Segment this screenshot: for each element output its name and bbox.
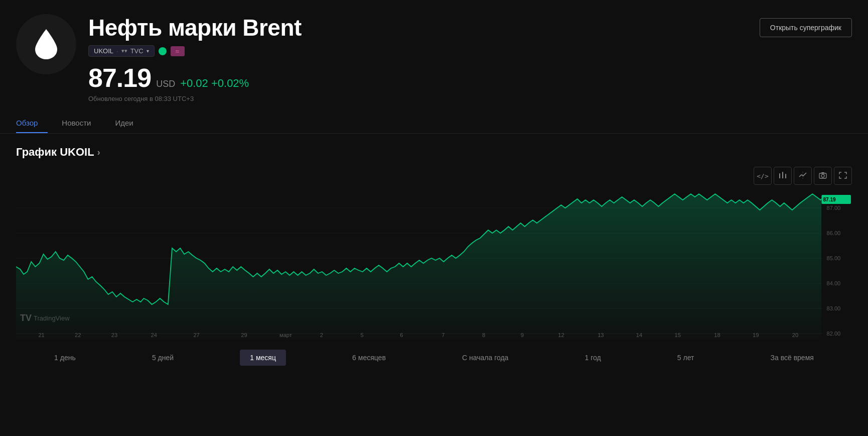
svg-rect-0 <box>779 174 780 178</box>
svg-text:19: 19 <box>753 332 759 338</box>
svg-rect-1 <box>782 172 783 178</box>
svg-text:12: 12 <box>558 332 564 338</box>
svg-rect-9 <box>821 172 824 173</box>
svg-text:83.00: 83.00 <box>827 305 841 311</box>
period-1month[interactable]: 1 месяц <box>240 350 286 366</box>
approx-icon: ≈ <box>171 46 185 56</box>
svg-text:85.00: 85.00 <box>827 255 841 261</box>
svg-text:март: март <box>279 332 292 338</box>
svg-text:18: 18 <box>714 332 720 338</box>
indicators-icon <box>799 172 807 180</box>
svg-text:14: 14 <box>636 332 642 338</box>
source-separator: · <box>116 47 118 55</box>
chart-title-chevron-icon: › <box>97 147 100 158</box>
svg-text:9: 9 <box>521 332 524 338</box>
header: Нефть марки Brent UKOIL · ▾▾ TVC ▾ ≈ 87.… <box>0 0 868 102</box>
chart-title[interactable]: График UKOIL › <box>16 146 852 159</box>
svg-text:24: 24 <box>151 332 157 338</box>
svg-text:87.00: 87.00 <box>827 205 841 211</box>
oil-drop-icon <box>33 29 59 59</box>
embed-icon: </> <box>757 172 768 180</box>
ticker-badge[interactable]: UKOIL · ▾▾ TVC ▾ <box>88 45 155 57</box>
chart-toolbar: </> <box>16 167 852 185</box>
period-5days[interactable]: 5 дней <box>142 350 184 366</box>
tv-logo-mark: TV <box>20 313 32 323</box>
screenshot-button[interactable] <box>814 167 832 185</box>
period-6months[interactable]: 6 месяцев <box>342 350 396 366</box>
chart-type-icon <box>779 172 787 180</box>
open-superchart-button[interactable]: Открыть суперграфик <box>760 18 852 37</box>
svg-text:21: 21 <box>38 332 44 338</box>
svg-text:2: 2 <box>320 332 323 338</box>
fullscreen-icon <box>839 172 847 180</box>
tradingview-text: TradingView <box>34 314 70 322</box>
price-row: 87.19 USD +0.02 +0.02% <box>88 63 852 93</box>
svg-text:8: 8 <box>482 332 485 338</box>
svg-text:15: 15 <box>675 332 681 338</box>
chart-container: 87.00 86.00 85.00 84.00 83.00 82.00 87.1… <box>16 189 852 340</box>
svg-text:86.00: 86.00 <box>827 230 841 236</box>
svg-text:82.00: 82.00 <box>827 331 841 337</box>
chart-title-text: График UKOIL <box>16 146 94 159</box>
svg-text:84.00: 84.00 <box>827 280 841 286</box>
svg-rect-2 <box>785 174 786 178</box>
period-1day[interactable]: 1 день <box>44 350 86 366</box>
live-indicator <box>159 47 167 55</box>
svg-text:5: 5 <box>361 332 364 338</box>
svg-text:13: 13 <box>598 332 604 338</box>
camera-icon <box>819 172 827 180</box>
chart-section: График UKOIL › </> <box>0 134 868 340</box>
dropdown-chevron-icon: ▾ <box>147 48 149 54</box>
period-1year[interactable]: 1 год <box>575 350 611 366</box>
header-info: Нефть марки Brent UKOIL · ▾▾ TVC ▾ ≈ 87.… <box>88 14 852 102</box>
svg-text:7: 7 <box>442 332 445 338</box>
source-label: TVC <box>130 47 143 55</box>
tab-news[interactable]: Новости <box>62 113 101 133</box>
indicators-button[interactable] <box>794 167 812 185</box>
tabs-bar: Обзор Новости Идеи <box>0 113 868 134</box>
svg-text:87.19: 87.19 <box>823 197 836 202</box>
asset-title: Нефть марки Brent <box>88 14 852 41</box>
tradingview-logo: TV TradingView <box>20 313 70 323</box>
price-chart: 87.00 86.00 85.00 84.00 83.00 82.00 87.1… <box>16 189 852 340</box>
svg-text:20: 20 <box>792 332 798 338</box>
svg-text:22: 22 <box>75 332 81 338</box>
fullscreen-button[interactable] <box>834 167 852 185</box>
svg-text:29: 29 <box>241 332 247 338</box>
embed-button[interactable]: </> <box>754 167 772 185</box>
svg-text:23: 23 <box>111 332 117 338</box>
period-all[interactable]: За всё время <box>761 350 824 366</box>
price-value: 87.19 <box>88 63 151 93</box>
tradingview-watermark: TV TradingView <box>20 313 70 323</box>
price-change: +0.02 +0.02% <box>180 77 249 90</box>
time-periods: 1 день 5 дней 1 месяц 6 месяцев С начала… <box>0 340 868 366</box>
tab-overview[interactable]: Обзор <box>16 113 48 133</box>
tab-ideas[interactable]: Идеи <box>115 113 143 133</box>
price-updated: Обновлено сегодня в 08:33 UTC+3 <box>88 95 852 102</box>
period-5years[interactable]: 5 лет <box>667 350 704 366</box>
price-currency: USD <box>156 79 175 89</box>
ticker-row: UKOIL · ▾▾ TVC ▾ ≈ <box>88 45 852 57</box>
svg-point-8 <box>821 174 824 177</box>
svg-text:6: 6 <box>400 332 403 338</box>
ticker-symbol: UKOIL <box>94 47 113 55</box>
svg-text:27: 27 <box>193 332 199 338</box>
source-icon: ▾▾ <box>121 48 127 54</box>
period-ytd[interactable]: С начала года <box>452 350 518 366</box>
asset-logo <box>16 14 76 74</box>
chart-type-button[interactable] <box>774 167 792 185</box>
